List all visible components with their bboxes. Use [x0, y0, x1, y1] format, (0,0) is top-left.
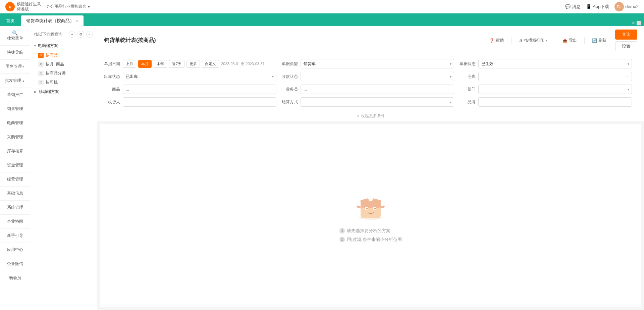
- chevron-up-icon: ▲: [22, 79, 25, 83]
- user-menu[interactable]: Ea demo2: [614, 2, 639, 11]
- message-button[interactable]: 💬 消息: [565, 4, 581, 10]
- sidebar-item-purchase[interactable]: 采购管理: [0, 130, 30, 144]
- close-window-icon[interactable]: ×: [632, 20, 635, 26]
- sidebar-item-basicinfo[interactable]: 基础信息: [0, 187, 30, 201]
- doc-status-field: 单据状态 ▾: [460, 59, 637, 68]
- export-icon: 📤: [562, 38, 568, 43]
- filter-item-by-category[interactable]: 分 按商品分类: [30, 69, 97, 78]
- filter-tree: ▾ 电脑端方案 按 按商品 月 按月+商品 分 按商品分类 司 按司机: [30, 40, 97, 98]
- date-this-year-btn[interactable]: 本年: [154, 60, 167, 68]
- sidebar-item-appcenter[interactable]: 应用中心: [0, 243, 30, 257]
- refresh-button[interactable]: 🔄 刷新: [589, 36, 610, 45]
- divider: [511, 37, 512, 44]
- tab-home[interactable]: 首页: [1, 15, 20, 26]
- restore-window-icon[interactable]: ⬜: [636, 21, 641, 25]
- sidebar-item-quicknav[interactable]: 快捷导航: [0, 46, 30, 60]
- download-icon: 📱: [586, 4, 591, 9]
- sidebar-item-operations[interactable]: 经营管理: [0, 172, 30, 187]
- collapse-button[interactable]: ∧ 收起更多条件: [104, 113, 637, 119]
- date-range-text: 2023-03-01 至 2023-03-31: [221, 61, 265, 66]
- date-custom-btn[interactable]: 自定义: [202, 60, 219, 68]
- workspace-selector[interactable]: 办公用品行业模拟账套 ▾: [46, 4, 90, 9]
- sidebar-item-wholesale[interactable]: 批发管理 ▲: [0, 74, 30, 88]
- mobile-group-header[interactable]: ▶ 移动端方案: [30, 87, 97, 97]
- department-input[interactable]: [478, 85, 632, 94]
- receipt-status-field: 收款状态 ▾: [282, 72, 460, 81]
- sidebar-item-finance[interactable]: 资金管理: [0, 158, 30, 172]
- sidebar-item-marketing[interactable]: 营销推广: [0, 88, 30, 102]
- recipient-input[interactable]: [123, 97, 276, 107]
- sidebar-item-guide[interactable]: 新手引导: [0, 229, 30, 243]
- filter-item-by-cashier[interactable]: 司 按司机: [30, 78, 97, 87]
- out-status-label: 出库状态: [104, 74, 120, 80]
- date-field: 单据日期 上月 本月 本年 近7天 更多 自定义 2023-03-01 至 20…: [104, 60, 282, 68]
- brand-control: ···: [478, 97, 632, 107]
- doc-status-input[interactable]: [478, 59, 632, 68]
- tab-close-icon[interactable]: ×: [76, 19, 78, 23]
- brand-input[interactable]: [478, 97, 632, 107]
- doc-type-label: 单据类型: [282, 61, 298, 67]
- warehouse-input[interactable]: [478, 72, 632, 81]
- right-content: 销货单统计表(按商品) ❓ 帮助 🖨 按模板打印 ▾ 📤: [97, 26, 644, 310]
- sidebar-item-search[interactable]: 🔍 搜索菜单: [0, 26, 30, 46]
- mobile-group-arrow-icon: ▶: [34, 90, 37, 94]
- add-scheme-button[interactable]: +: [69, 31, 75, 38]
- receipt-status-control: ▾: [301, 72, 454, 81]
- sidebar-item-corpwechat[interactable]: 企业微信: [0, 257, 30, 271]
- settlement-control: ▾: [301, 97, 454, 107]
- collapse-bar[interactable]: ∧ 收起更多条件: [97, 111, 644, 121]
- sidebar-item-ecommerce[interactable]: 电商管理: [0, 116, 30, 130]
- sidebar-item-inventory[interactable]: 库存核算: [0, 144, 30, 158]
- filter-item-by-product[interactable]: 按 按商品: [30, 51, 97, 60]
- query-button[interactable]: 查询: [615, 30, 637, 40]
- sidebar-item-enterprise[interactable]: 企业协同: [0, 215, 30, 229]
- recipient-control: ···: [123, 97, 276, 107]
- page-title: 销货单统计表(按商品): [104, 37, 156, 44]
- pc-group-header[interactable]: ▾ 电脑端方案: [30, 41, 97, 51]
- department-control: ▾: [478, 85, 632, 94]
- sidebar: 🔍 搜索菜单 快捷导航 零售管理 ▾ 批发管理 ▲ 营销推广 销售管理 电商管理…: [0, 26, 30, 310]
- settlement-input[interactable]: [301, 97, 454, 107]
- recipient-label: 收货人: [104, 99, 120, 105]
- divider3: [584, 37, 585, 44]
- product-scheme-icon: 按: [38, 53, 44, 58]
- date-this-month-btn[interactable]: 本月: [138, 60, 152, 68]
- filter-item-by-month-product[interactable]: 月 按月+商品: [30, 60, 97, 69]
- sidebar-item-system[interactable]: 系统管理: [0, 201, 30, 215]
- tab-sales-stats[interactable]: 销货单统计表（按商品） ×: [21, 15, 84, 26]
- salesperson-input[interactable]: [301, 85, 454, 94]
- date-filter-group: 上月 本月 本年 近7天 更多 自定义 2023-03-01 至 2023-03…: [123, 60, 276, 68]
- warehouse-field: 仓库 ···: [460, 72, 637, 81]
- settlement-label: 结算方式: [282, 99, 298, 105]
- product-field: 商品 ···: [104, 85, 282, 94]
- date-label: 单据日期: [104, 61, 120, 67]
- empty-state: 1 请先选择要分析的方案 2 用[过滤]条件来缩小分析范围: [100, 124, 641, 307]
- sidebar-item-retail[interactable]: 零售管理 ▾: [0, 60, 30, 74]
- export-button[interactable]: 📤 导出: [559, 36, 580, 45]
- collapse-panel-button[interactable]: «: [86, 31, 93, 38]
- help-button[interactable]: ❓ 帮助: [486, 36, 507, 45]
- app-download-button[interactable]: 📱 App下载: [586, 4, 609, 10]
- settings-scheme-button[interactable]: ⚙: [77, 31, 84, 38]
- product-label: 商品: [104, 87, 120, 92]
- doc-status-label: 单据状态: [460, 61, 476, 67]
- filter-panel-header: 按以下方案查询 + ⚙ «: [30, 29, 97, 40]
- help-icon: ❓: [489, 38, 494, 43]
- date-more-btn[interactable]: 更多: [186, 60, 200, 68]
- out-status-control: ▾: [123, 72, 276, 81]
- sidebar-item-member[interactable]: 畅会员: [0, 271, 30, 285]
- product-input[interactable]: [123, 85, 276, 94]
- nav-tabs: 首页 销货单统计表（按商品） × × ⬜: [0, 13, 644, 26]
- doc-type-input[interactable]: [301, 59, 454, 68]
- sidebar-item-sales[interactable]: 销售管理: [0, 102, 30, 116]
- filter-row-3: 商品 ··· 业务员 ··· 部门: [104, 85, 637, 94]
- date-last7-btn[interactable]: 近7天: [169, 60, 184, 68]
- page-header: 销货单统计表(按商品) ❓ 帮助 🖨 按模板打印 ▾ 📤: [97, 26, 644, 55]
- page-actions: ❓ 帮助 🖨 按模板打印 ▾ 📤 导出: [486, 30, 637, 51]
- out-status-input[interactable]: [123, 72, 276, 81]
- template-print-button[interactable]: 🖨 按模板打印 ▾: [516, 36, 551, 45]
- receipt-status-input[interactable]: [301, 72, 454, 81]
- setting-button[interactable]: 设置: [615, 41, 637, 51]
- department-label: 部门: [460, 87, 476, 92]
- date-last-month-btn[interactable]: 上月: [123, 60, 136, 68]
